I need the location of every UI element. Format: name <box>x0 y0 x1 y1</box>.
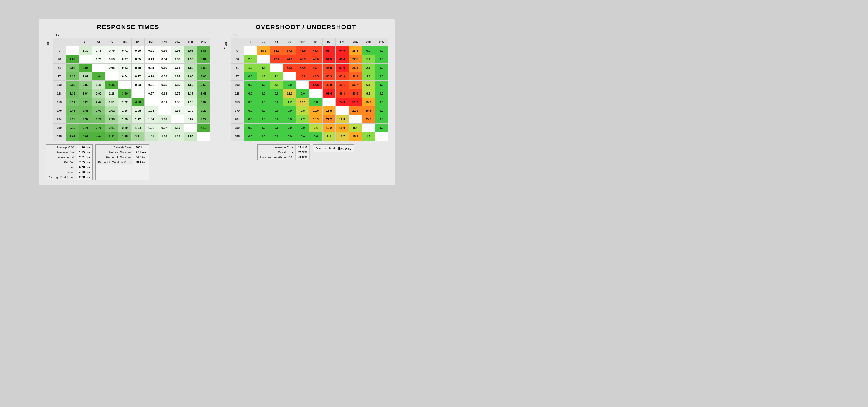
table-cell: 0.59 <box>158 46 171 55</box>
corner-header <box>53 38 66 46</box>
table-cell: 0.0 <box>270 98 283 106</box>
stat-label: 0-255-0 <box>46 160 77 165</box>
col-header: 204 <box>349 38 362 46</box>
table-cell: 0.0 <box>244 72 257 81</box>
table-cell: 3.04 <box>79 89 92 98</box>
table-cell: 49.8 <box>309 55 322 64</box>
table-cell: 0.83 <box>171 106 184 115</box>
table-cell: 1.1 <box>362 55 375 64</box>
table-cell: 4.69 <box>66 55 79 64</box>
table-cell: 0.0 <box>296 132 309 141</box>
col-header: 204 <box>171 38 184 46</box>
table-cell: 47.8 <box>309 46 322 55</box>
table-cell: 3.48 <box>197 89 210 98</box>
table-cell <box>171 115 184 124</box>
table-cell: 18.2 <box>257 46 270 55</box>
table-cell: 60.4 <box>336 55 349 64</box>
table-cell: 1.49 <box>92 81 105 89</box>
col-header: 230 <box>184 38 197 46</box>
stat-value: 2.08 ms <box>76 175 92 180</box>
response-times-title: RESPONSE TIMES <box>97 24 159 31</box>
table-cell: 1.30 <box>79 46 92 55</box>
table-cell: 0.0 <box>375 81 388 89</box>
table-cell: 1.1 <box>270 72 283 81</box>
table-cell: 1.5 <box>362 132 375 141</box>
col-header: 128 <box>309 38 322 46</box>
stat-label: Percent In Window +1ms <box>96 160 133 165</box>
col-header: 26 <box>257 38 270 46</box>
stat-label: Average G2G <box>46 145 77 150</box>
col-header: 179 <box>158 38 171 46</box>
table-cell: 0.0 <box>375 115 388 124</box>
table-cell: 0.61 <box>145 46 158 55</box>
table-cell: 13.7 <box>336 132 349 141</box>
table-cell: 4.45 <box>105 81 119 89</box>
table-cell: 1.19 <box>158 132 171 141</box>
row-header: 153 <box>231 98 244 106</box>
table-cell: 0.0 <box>283 132 296 141</box>
response-times-to-label: To <box>55 33 59 37</box>
table-cell: 1.01 <box>145 124 158 132</box>
col-header: 26 <box>79 38 92 46</box>
table-cell <box>92 64 105 72</box>
table-cell: 45.5 <box>322 64 336 72</box>
table-cell <box>158 106 171 115</box>
overdrive-box: Overdrive Mode Extreme <box>313 145 355 152</box>
main-container: RESPONSE TIMES To From 02651771021281531… <box>39 19 395 185</box>
overshoot-title: OVERSHOOT / UNDERSHOOT <box>256 24 356 31</box>
table-cell: 0.79 <box>184 106 197 115</box>
table-cell: 16.2 <box>322 124 336 132</box>
table-cell: 9.7 <box>362 89 375 98</box>
table-cell: 0.0 <box>375 64 388 72</box>
col-header: 77 <box>283 38 296 46</box>
table-cell: 0.0 <box>257 98 270 106</box>
table-cell: 0.77 <box>131 72 145 81</box>
table-cell: 0.0 <box>257 115 270 124</box>
table-cell <box>322 98 336 106</box>
stat-value: 89.1 % <box>133 160 149 165</box>
table-cell: 0.79 <box>131 64 145 72</box>
table-cell: 2.02 <box>105 106 119 115</box>
table-cell: 0.0 <box>270 115 283 124</box>
overshoot-section: OVERSHOOT / UNDERSHOOT To From 026517710… <box>224 24 388 160</box>
table-cell: 0.0 <box>375 55 388 64</box>
table-cell: 0.0 <box>283 115 296 124</box>
table-cell: 3.68 <box>197 64 210 72</box>
col-header: 51 <box>270 38 283 46</box>
table-cell: 0.83 <box>119 64 131 72</box>
col-header: 51 <box>92 38 105 46</box>
table-cell: 2.36 <box>105 115 119 124</box>
response-times-heatmap: 026517710212815317920423025501.300.780.7… <box>53 37 210 141</box>
table-cell: 4.4 <box>270 81 283 89</box>
col-header: 102 <box>119 38 131 46</box>
table-cell <box>270 64 283 72</box>
stat-value: 64.5 % <box>133 155 149 160</box>
table-cell: 15.9 <box>362 98 375 106</box>
row-header: 204 <box>53 115 66 124</box>
stat-label: Average Dark Level <box>46 175 77 180</box>
table-cell: 3.37 <box>197 98 210 106</box>
table-cell: 2.02 <box>92 89 105 98</box>
table-cell <box>79 55 92 64</box>
table-cell: 0.0 <box>283 106 296 115</box>
table-cell: 4.16 <box>197 124 210 132</box>
table-cell <box>184 124 197 132</box>
table-cell: 0.78 <box>145 72 158 81</box>
table-cell: 0.73 <box>92 55 105 64</box>
table-cell: 0.54 <box>158 55 171 64</box>
stat-value: 74.3 % <box>296 150 309 155</box>
col-header: 102 <box>296 38 309 46</box>
table-cell: 4.04 <box>92 72 105 81</box>
table-cell: 1.69 <box>119 115 131 124</box>
table-cell: 28.6 <box>362 106 375 115</box>
table-cell: 3.4 <box>257 64 270 72</box>
table-cell: 2.29 <box>119 124 131 132</box>
table-cell: 47.4 <box>296 64 309 72</box>
table-cell: 1.18 <box>105 89 119 98</box>
col-header: 179 <box>336 38 349 46</box>
table-cell: 3.28 <box>66 72 79 81</box>
table-cell: 0.57 <box>145 89 158 98</box>
overshoot-from-label: From <box>224 42 227 50</box>
col-header: 0 <box>66 38 79 46</box>
table-cell: 34.6 <box>270 46 283 55</box>
